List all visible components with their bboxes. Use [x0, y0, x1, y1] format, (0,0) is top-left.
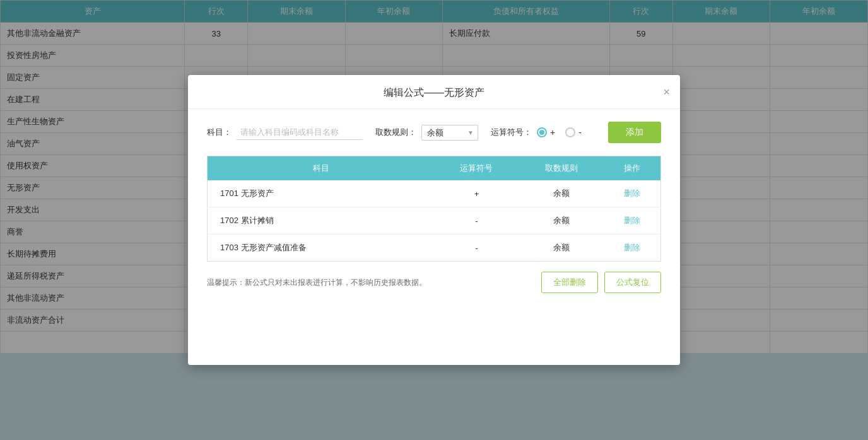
formula-cell-rule: 余额 [519, 180, 604, 207]
modal-dialog: 编辑公式——无形资产 × 科目： 取数规则： 余额 借方 贷方 ▼ [188, 75, 680, 365]
operator-plus-radio[interactable] [537, 127, 547, 137]
operator-plus-item[interactable]: + [537, 127, 555, 137]
col-header-rule: 取数规则 [519, 156, 604, 181]
formula-table-body: 1701 无形资产 + 余额 删除 1702 累计摊销 - 余额 删除 1703… [208, 180, 661, 262]
operator-plus-label: + [550, 127, 555, 137]
formula-table: 科目 运算符号 取数规则 操作 1701 无形资产 + 余额 删除 1702 累… [207, 156, 661, 262]
formula-table-row: 1703 无形资产减值准备 - 余额 删除 [208, 234, 661, 262]
operator-radio-group: + - [537, 127, 582, 137]
subject-label: 科目： [207, 127, 232, 138]
rule-select-wrapper: 余额 借方 贷方 ▼ [421, 125, 478, 141]
formula-cell-subject: 1701 无形资产 [208, 180, 435, 207]
formula-cell-action: 删除 [604, 207, 661, 234]
rule-label: 取数规则： [375, 127, 416, 138]
formula-cell-rule: 余额 [519, 207, 604, 234]
col-header-subject: 科目 [208, 156, 435, 181]
operator-minus-item[interactable]: - [565, 127, 582, 137]
rule-select[interactable]: 余额 借方 贷方 [421, 125, 478, 141]
delete-all-button[interactable]: 全部删除 [541, 272, 598, 293]
formula-table-row: 1702 累计摊销 - 余额 删除 [208, 207, 661, 234]
reset-formula-button[interactable]: 公式复位 [604, 272, 661, 293]
add-button[interactable]: 添加 [608, 122, 661, 143]
operator-label: 运算符号： [491, 127, 532, 138]
modal-form-row: 科目： 取数规则： 余额 借方 贷方 ▼ 运算符号： [188, 109, 680, 156]
formula-cell-operator: + [434, 180, 519, 207]
formula-cell-operator: - [434, 234, 519, 262]
modal-header: 编辑公式——无形资产 × [188, 75, 680, 109]
formula-cell-operator: - [434, 207, 519, 234]
formula-cell-subject: 1702 累计摊销 [208, 207, 435, 234]
subject-input[interactable] [237, 125, 363, 140]
delete-link[interactable]: 删除 [624, 188, 640, 198]
footer-tip: 温馨提示：新公式只对未出报表进行计算，不影响历史报表数据。 [207, 277, 426, 288]
modal-table-wrapper: 科目 运算符号 取数规则 操作 1701 无形资产 + 余额 删除 1702 累… [188, 156, 680, 262]
formula-cell-rule: 余额 [519, 234, 604, 262]
operator-minus-label: - [578, 127, 582, 137]
formula-cell-subject: 1703 无形资产减值准备 [208, 234, 435, 262]
modal-overlay: 编辑公式——无形资产 × 科目： 取数规则： 余额 借方 贷方 ▼ [0, 0, 868, 440]
delete-link[interactable]: 删除 [624, 216, 640, 225]
subject-group: 科目： [207, 125, 363, 140]
formula-cell-action: 删除 [604, 234, 661, 262]
footer-buttons: 全部删除 公式复位 [541, 272, 661, 293]
modal-close-button[interactable]: × [663, 86, 670, 98]
formula-cell-action: 删除 [604, 180, 661, 207]
formula-table-row: 1701 无形资产 + 余额 删除 [208, 180, 661, 207]
rule-group: 取数规则： 余额 借方 贷方 ▼ [375, 125, 478, 141]
modal-footer: 温馨提示：新公式只对未出报表进行计算，不影响历史报表数据。 全部删除 公式复位 [188, 262, 680, 299]
col-header-operator: 运算符号 [434, 156, 519, 181]
col-header-action: 操作 [604, 156, 661, 181]
operator-minus-radio[interactable] [565, 127, 575, 137]
operator-group: 运算符号： + - [491, 127, 582, 138]
formula-table-header-row: 科目 运算符号 取数规则 操作 [208, 156, 661, 181]
delete-link[interactable]: 删除 [624, 243, 640, 252]
modal-title: 编辑公式——无形资产 [384, 87, 484, 98]
